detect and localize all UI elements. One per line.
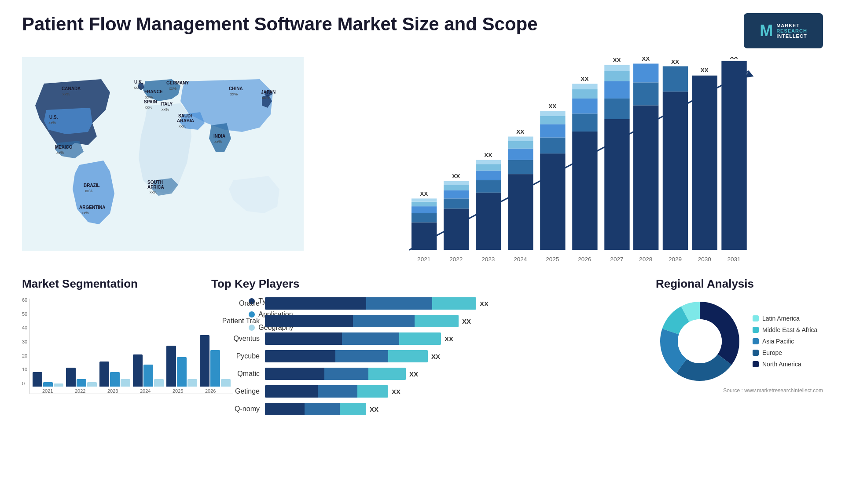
- y-label-0: 0: [22, 381, 27, 386]
- svg-text:xx%: xx%: [81, 211, 89, 215]
- svg-text:XX: XX: [613, 57, 621, 63]
- svg-text:INDIA: INDIA: [213, 134, 225, 139]
- logo-line2: RESEARCH: [776, 28, 807, 33]
- svg-rect-77: [604, 119, 629, 250]
- svg-text:JAPAN: JAPAN: [261, 90, 276, 95]
- svg-text:xx%: xx%: [62, 92, 70, 96]
- oracle-seg2: [366, 297, 432, 310]
- logo-box: M MARKET RESEARCH INTELLECT: [744, 13, 823, 48]
- oracle-seg1: [265, 297, 366, 310]
- dot-mea: [753, 327, 759, 333]
- player-bar-qmatic: XX: [265, 368, 634, 380]
- svg-rect-85: [633, 82, 658, 105]
- ge-label: XX: [392, 388, 400, 395]
- player-bar-patienttrak: XX: [265, 315, 634, 327]
- label-mea: Middle East & Africa: [762, 326, 817, 333]
- svg-rect-84: [633, 106, 658, 250]
- donut-chart: [656, 297, 744, 385]
- regional-title: Regional Analysis: [656, 277, 823, 291]
- bar-group-2021: [33, 372, 63, 387]
- svg-rect-58: [508, 149, 533, 160]
- svg-rect-90: [663, 66, 688, 91]
- label-europe: Europe: [762, 349, 782, 356]
- player-name-qnomy: Q-nomy: [211, 405, 260, 413]
- bar-2021-app: [43, 382, 53, 387]
- svg-text:xx%: xx%: [56, 150, 64, 155]
- svg-rect-38: [411, 202, 437, 206]
- bar-2025-type: [166, 346, 176, 387]
- player-name-getinge: Getinge: [211, 387, 260, 395]
- svg-rect-39: [411, 198, 437, 201]
- svg-rect-93: [692, 76, 717, 250]
- svg-text:xx%: xx%: [85, 189, 92, 193]
- logo-text-container: M MARKET RESEARCH INTELLECT: [760, 22, 807, 40]
- svg-text:U.K.: U.K.: [134, 80, 143, 84]
- svg-rect-56: [508, 174, 533, 250]
- y-label-10: 10: [22, 367, 27, 372]
- svg-text:SPAIN: SPAIN: [144, 99, 157, 104]
- bar-2022-app: [77, 379, 86, 387]
- player-name-qventus: Qventus: [211, 335, 260, 343]
- svg-rect-79: [604, 81, 629, 99]
- label-north-america: North America: [762, 361, 801, 368]
- dot-north-america: [753, 361, 759, 367]
- svg-text:2023: 2023: [481, 256, 495, 263]
- bar-group-2022: [66, 368, 97, 387]
- segmentation-title: Market Segmentation: [22, 277, 189, 291]
- donut-and-legend: Latin America Middle East & Africa Asia …: [656, 297, 823, 385]
- logo-m-letter: M: [760, 22, 773, 40]
- bar-2023-type: [99, 362, 109, 387]
- header: Patient Flow Management Software Market …: [22, 13, 823, 48]
- svg-text:MEXICO: MEXICO: [55, 145, 73, 150]
- svg-text:xx%: xx%: [145, 105, 152, 110]
- x-label-2025: 2025: [163, 388, 193, 394]
- qm-seg3: [368, 368, 406, 380]
- svg-rect-74: [572, 84, 597, 90]
- qn-seg1: [265, 403, 305, 415]
- svg-rect-67: [540, 111, 565, 116]
- label-asia-pacific: Asia Pacific: [762, 338, 794, 345]
- bar-2024-app: [143, 365, 153, 387]
- svg-rect-96: [721, 61, 746, 250]
- pt-seg3: [415, 315, 459, 327]
- svg-text:XX: XX: [580, 76, 588, 82]
- bar-2022-geo: [87, 382, 97, 387]
- page-container: Patient Flow Management Software Market …: [0, 0, 845, 504]
- qn-seg3: [340, 403, 366, 415]
- oracle-label: XX: [480, 300, 489, 307]
- svg-rect-78: [604, 99, 629, 119]
- dot-asia-pacific: [753, 338, 759, 344]
- bar-2024-type: [133, 354, 143, 387]
- svg-text:ITALY: ITALY: [161, 102, 173, 106]
- svg-rect-81: [604, 65, 629, 71]
- svg-point-105: [678, 319, 722, 363]
- svg-text:SOUTH: SOUTH: [147, 180, 163, 185]
- svg-text:CHINA: CHINA: [229, 86, 243, 91]
- svg-rect-86: [633, 64, 658, 83]
- svg-text:xx%: xx%: [230, 92, 238, 96]
- legend-north-america: North America: [753, 361, 817, 368]
- svg-text:2022: 2022: [449, 256, 463, 263]
- py-seg1: [265, 350, 335, 362]
- svg-text:XX: XX: [730, 57, 738, 60]
- svg-rect-44: [444, 190, 469, 199]
- player-row-getinge: Getinge XX: [211, 385, 634, 398]
- qv-seg2: [342, 332, 399, 345]
- svg-rect-46: [444, 181, 469, 185]
- qn-label: XX: [370, 405, 378, 413]
- svg-rect-37: [411, 206, 437, 213]
- dot-latin-america: [753, 315, 759, 321]
- svg-text:ARGENTINA: ARGENTINA: [79, 205, 105, 210]
- svg-text:2030: 2030: [698, 256, 711, 263]
- py-seg2: [335, 350, 388, 362]
- svg-text:xx%: xx%: [145, 95, 153, 99]
- bar-2025-geo: [187, 379, 197, 387]
- player-row-qventus: Qventus XX: [211, 332, 634, 345]
- page-title: Patient Flow Management Software Market …: [22, 13, 538, 35]
- svg-rect-71: [572, 113, 597, 131]
- oracle-seg3: [432, 297, 476, 310]
- svg-rect-35: [411, 223, 437, 250]
- legend-asia-pacific: Asia Pacific: [753, 338, 817, 345]
- donut-svg: [656, 297, 744, 385]
- svg-rect-59: [508, 141, 533, 149]
